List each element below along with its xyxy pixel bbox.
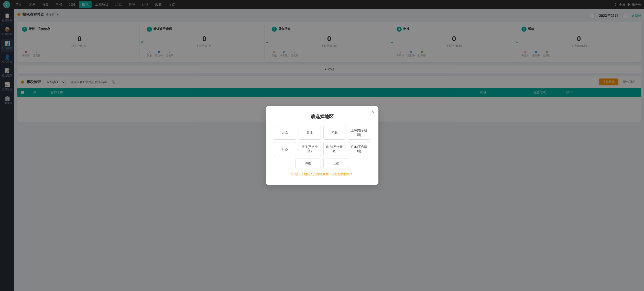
region-btn-hebei[interactable]: 河北: [323, 126, 346, 140]
region-warning: ⚠ 除以上地区外其他地区暂不支持报税检查！: [274, 172, 370, 176]
region-btn-tianjin[interactable]: 天津: [299, 126, 321, 140]
region-grid-row1: 北京 天津 河北 上海(电子税局): [274, 126, 370, 140]
region-btn-yunnan[interactable]: 云南: [323, 159, 349, 168]
region-btn-jiangsu[interactable]: 江苏: [274, 142, 296, 156]
region-btn-shanghai[interactable]: 上海(电子税局): [348, 126, 370, 140]
region-btn-guangdong[interactable]: 广东(不含深圳): [348, 142, 370, 156]
dialog-title: 请选择地区: [274, 114, 370, 120]
modal-overlay[interactable]: ✕ 请选择地区 北京 天津 河北 上海(电子税局) 江苏 浙江(不含宁波) 山东…: [0, 0, 644, 291]
region-grid-row2: 江苏 浙江(不含宁波) 山东(不含青岛) 广东(不含深圳): [274, 142, 370, 156]
region-btn-shandong[interactable]: 山东(不含青岛): [323, 142, 346, 156]
region-btn-beijing[interactable]: 北京: [274, 126, 296, 140]
dialog-close-btn[interactable]: ✕: [371, 110, 374, 114]
region-select-dialog: ✕ 请选择地区 北京 天津 河北 上海(电子税局) 江苏 浙江(不含宁波) 山东…: [266, 106, 378, 185]
region-grid-row3: 海南 云南: [274, 159, 370, 168]
region-btn-zhejiang[interactable]: 浙江(不含宁波): [299, 142, 321, 156]
region-btn-hainan[interactable]: 海南: [295, 159, 321, 168]
